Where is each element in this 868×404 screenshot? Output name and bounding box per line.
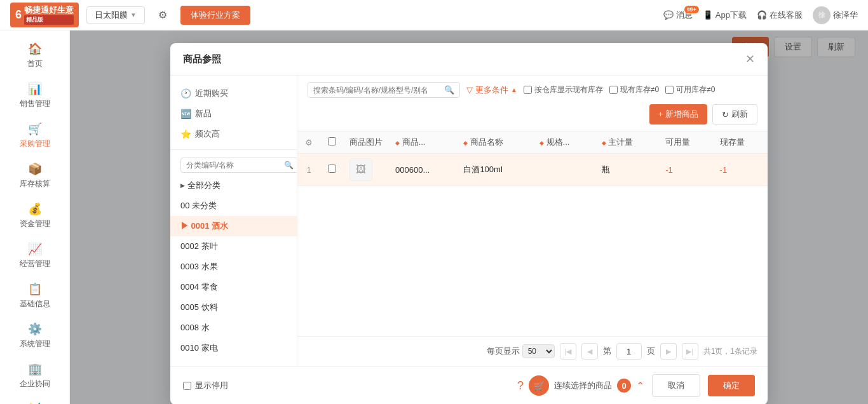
sidebar-item-enterprise[interactable]: 🏢 企业协同 [0, 356, 69, 396]
confirm-btn[interactable]: 确定 [708, 375, 755, 396]
avatar-initials: 徐 [818, 10, 825, 20]
sidebar-item-system[interactable]: ⚙️ 系统管理 [0, 316, 69, 356]
ms-new-label: 新品 [195, 108, 212, 119]
sidebar-label: 系统管理 [20, 339, 50, 349]
th-name-label: 商品名称 [470, 137, 503, 147]
modal-close-icon[interactable]: ✕ [745, 52, 755, 66]
help-icon[interactable]: ? [517, 379, 524, 393]
th-unit[interactable]: ◆ 主计量 [595, 131, 660, 154]
top-nav-right: 💬 消息 99+ 📱 App下载 🎧 在线客服 徐 徐泽华 [663, 6, 858, 24]
chevron-down-icon: ▼ [130, 11, 137, 18]
message-btn[interactable]: 💬 消息 99+ [663, 10, 693, 21]
tree-all-categories[interactable]: ▶ 全部分类 [170, 175, 297, 196]
th-spec[interactable]: ◆ 规格... [533, 131, 595, 154]
tree-water[interactable]: 0008 水 [170, 318, 297, 338]
ms-high-freq[interactable]: ⭐ 频次高 [170, 124, 297, 144]
main-layout: 🏠 首页 📊 销售管理 🛒 采购管理 📦 库存核算 💰 资金管理 📈 经营管理 … [0, 30, 868, 404]
sidebar-item-home[interactable]: 🏠 首页 [0, 36, 69, 76]
th-name[interactable]: ◆ 商品名称 [457, 131, 533, 154]
message-icon: 💬 [663, 10, 674, 20]
row-number: 1 [306, 165, 311, 175]
toolbar-actions: + 新增商品 ↻ 刷新 [649, 104, 757, 125]
continuous-label: 连续选择的商品 [554, 380, 612, 391]
th-stock-label: 现存量 [720, 137, 745, 147]
search-submit-icon[interactable]: 🔍 [444, 85, 454, 95]
sidebar-item-guide[interactable]: 🔰 新手引导 [0, 396, 69, 404]
per-page-dropdown[interactable]: 50 10 20 100 [522, 344, 555, 358]
sidebar-item-inventory[interactable]: 📦 库存核算 [0, 156, 69, 196]
checkbox-usable-stock[interactable]: 可用库存≠0 [665, 84, 715, 95]
tree-beverage[interactable]: 0005 饮料 [170, 297, 297, 318]
product-table: ⚙ 商品图片 [297, 131, 768, 186]
last-page-btn[interactable]: ▶| [682, 343, 698, 360]
modal-title: 商品参照 [183, 53, 221, 65]
sidebar-item-operations[interactable]: 📈 经营管理 [0, 236, 69, 276]
first-page-btn[interactable]: |◀ [560, 343, 576, 360]
sales-icon: 📊 [28, 82, 42, 96]
next-page-btn[interactable]: ▶ [660, 343, 677, 360]
checkbox-usable-input[interactable] [665, 86, 674, 94]
new-icon: 🆕 [180, 109, 191, 119]
classify-search-input[interactable] [186, 161, 281, 170]
message-badge: 99+ [684, 6, 699, 13]
ms-new-product[interactable]: 🆕 新品 [170, 104, 297, 124]
cancel-btn[interactable]: 取消 [652, 374, 700, 397]
sidebar-item-finance[interactable]: 💰 资金管理 [0, 196, 69, 236]
classify-search: 🔍 [180, 158, 297, 173]
th-code-label: 商品... [402, 137, 426, 147]
row-unit: 瓶 [595, 154, 660, 186]
tree-appliance[interactable]: 0010 家电 [170, 338, 297, 358]
row-name: 白酒100ml [457, 154, 533, 186]
cart-icon[interactable]: 🛒 [529, 375, 549, 396]
sidebar-item-basic-info[interactable]: 📋 基础信息 [0, 276, 69, 316]
show-disabled-checkbox[interactable] [183, 382, 191, 390]
checkbox-warehouse-stock[interactable]: 按仓库显示现有库存 [524, 84, 603, 95]
checkbox-available-input[interactable] [609, 86, 618, 94]
checkbox-warehouse-input[interactable] [524, 86, 532, 94]
tree-fruit[interactable]: 0003 水果 [170, 257, 297, 277]
th-check [320, 131, 343, 154]
ms-recent-purchase[interactable]: 🕐 近期购买 [170, 83, 297, 104]
sidebar-label: 销售管理 [20, 98, 50, 109]
store-name: 日太阳膜 [95, 10, 128, 21]
app-download-btn[interactable]: 📱 App下载 [703, 10, 747, 21]
th-stock[interactable]: 现存量 [714, 131, 768, 154]
mobile-icon: 📱 [703, 10, 713, 20]
more-filters-btn[interactable]: ▽ 更多条件 ▲ [466, 84, 517, 96]
row-check [320, 154, 343, 186]
footer-collapse-icon[interactable]: ⌃ [636, 380, 644, 392]
checkbox-available-stock[interactable]: 现有库存≠0 [609, 84, 659, 95]
th-available[interactable]: 可用量 [659, 131, 713, 154]
sidebar-label: 库存核算 [20, 178, 50, 189]
tree-tea[interactable]: 0002 茶叶 [170, 236, 297, 257]
product-search-input[interactable] [313, 86, 440, 95]
user-menu-btn[interactable]: 徐 徐泽华 [813, 6, 858, 24]
th-spec-label: 规格... [546, 137, 570, 147]
row-checkbox[interactable] [328, 165, 336, 173]
checkbox-usable-label: 可用库存≠0 [676, 84, 715, 95]
sidebar-item-purchase[interactable]: 🛒 采购管理 [0, 116, 69, 156]
settings-icon[interactable]: ⚙ [153, 5, 173, 25]
search-icon[interactable]: 🔍 [284, 161, 294, 170]
select-all-checkbox[interactable] [328, 137, 336, 145]
table-row[interactable]: 1 🖼 [297, 154, 768, 186]
tree-liquor[interactable]: ▶ 0001 酒水 [170, 216, 297, 236]
settings-gear-icon[interactable]: ⚙ [305, 138, 313, 147]
tree-snack[interactable]: 0004 零食 [170, 277, 297, 297]
footer-cart: ? 🛒 连续选择的商品 0 ⌃ [517, 375, 644, 396]
tree-uncategorized[interactable]: 00 未分类 [170, 196, 297, 216]
store-selector[interactable]: 日太阳膜 ▼ [86, 6, 145, 24]
service-btn[interactable]: 🎧 在线客服 [757, 10, 803, 21]
show-disabled-label[interactable]: 显示停用 [183, 380, 228, 391]
refresh-btn[interactable]: ↻ 刷新 [712, 104, 757, 125]
trial-btn[interactable]: 体验行业方案 [180, 6, 250, 25]
home-icon: 🏠 [28, 42, 42, 56]
prev-page-btn[interactable]: ◀ [581, 343, 598, 360]
sort-icon: ◆ [463, 140, 468, 146]
page-input[interactable] [616, 343, 642, 360]
th-code[interactable]: ◆ 商品... [389, 131, 457, 154]
ms-recent-label: 近期购买 [195, 88, 228, 99]
sidebar-item-sales[interactable]: 📊 销售管理 [0, 76, 69, 116]
add-product-btn[interactable]: + 新增商品 [649, 104, 707, 125]
chevron-up-icon: ▲ [511, 86, 517, 93]
